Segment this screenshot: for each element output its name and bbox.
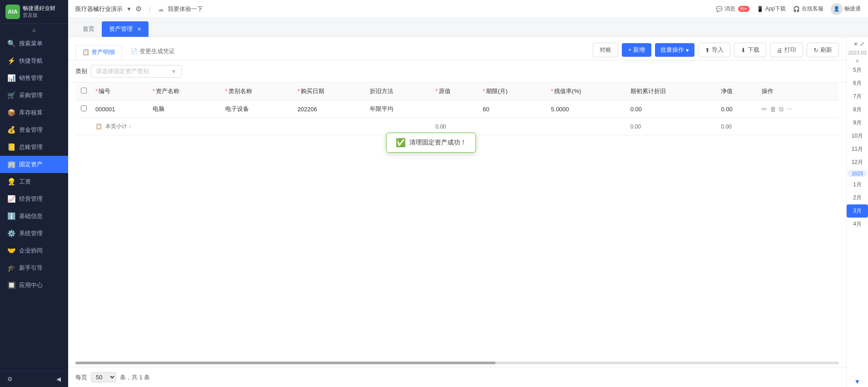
topbar-messages[interactable]: 💬 消息 99+ xyxy=(716,5,749,13)
fixed-assets-icon: 🏢 xyxy=(7,160,15,169)
sidebar-item-system[interactable]: ⚙️ 系统管理 xyxy=(0,225,68,242)
header-purchase-date: *购买日期 xyxy=(294,83,366,100)
operations-icon: 📈 xyxy=(7,195,15,203)
topbar-experience-text[interactable]: 我要体验一下 xyxy=(168,5,203,13)
sub-tab-change-voucher-label: 变更生成凭证 xyxy=(139,47,175,55)
cal-month-2024-2[interactable]: 2月 xyxy=(847,191,868,204)
sidebar-item-inventory[interactable]: 📦 库存核算 xyxy=(0,104,68,121)
print-button[interactable]: 🖨 打印 xyxy=(770,43,803,57)
sidebar-item-search[interactable]: 🔍 搜索菜单 xyxy=(0,35,68,52)
sidebar-item-sales[interactable]: 📊 销售管理 xyxy=(0,69,68,87)
cal-month-2024-4[interactable]: 4月 xyxy=(847,218,868,231)
header-name: *资产名称 xyxy=(149,83,221,100)
panel-down-arrow[interactable]: ▼ xyxy=(854,378,861,385)
row-actions: ✏ 🗑 ⧉ ⋯ xyxy=(758,100,839,118)
page-size-select[interactable]: 50 100 xyxy=(91,372,116,382)
action-icons-group: ✏ 🗑 ⧉ ⋯ xyxy=(762,105,835,113)
filter-placeholder: 请选择固定资产类别 xyxy=(96,67,149,75)
horizontal-scrollbar[interactable] xyxy=(75,362,839,364)
collapse-icon[interactable]: ◀ xyxy=(56,376,61,382)
tab-close-icon[interactable]: ✕ xyxy=(137,26,141,32)
sidebar-item-fixed-assets[interactable]: 🏢 固定资产 xyxy=(0,156,68,173)
cal-month-9[interactable]: 9月 xyxy=(847,116,868,129)
funds-icon: 💰 xyxy=(7,126,15,134)
delete-icon[interactable]: 🗑 xyxy=(770,105,776,113)
cal-month-5[interactable]: 5月 xyxy=(847,64,868,77)
search-icon: 🔍 xyxy=(7,40,15,48)
refresh-icon: ↻ xyxy=(813,47,818,54)
cal-month-2024-1[interactable]: 1月 xyxy=(847,178,868,191)
sidebar-item-label: 库存核算 xyxy=(19,109,43,117)
panel-up-arrow[interactable]: ▲ xyxy=(854,56,861,64)
sidebar-item-apps[interactable]: 🔲 应用中心 xyxy=(0,277,68,294)
reconcile-button[interactable]: 对账 xyxy=(593,43,618,57)
topbar-settings-icon[interactable]: ⚙ xyxy=(135,5,142,13)
change-voucher-icon: 📄 xyxy=(130,48,138,55)
tab-asset-mgmt[interactable]: 资产管理 ✕ xyxy=(102,21,149,37)
row-checkbox-cell xyxy=(75,100,92,118)
sidebar-item-enterprise[interactable]: 🤝 企业协同 xyxy=(0,242,68,259)
sidebar-item-ledger[interactable]: 📒 总账管理 xyxy=(0,139,68,156)
user-name: 畅捷通 xyxy=(844,5,861,13)
filter-select[interactable]: 请选择固定资产类别 ▼ xyxy=(91,65,182,78)
import-label: 导入 xyxy=(712,46,724,54)
more-icon[interactable]: ⋯ xyxy=(786,105,793,113)
tab-home[interactable]: 首页 xyxy=(75,21,102,37)
expand-panel-icon[interactable]: ⤢ xyxy=(860,41,864,47)
cal-month-10[interactable]: 10月 xyxy=(847,129,868,143)
sidebar-item-purchase[interactable]: 🛒 采购管理 xyxy=(0,87,68,104)
row-category: 电子设备 xyxy=(222,100,294,118)
settings-icon[interactable]: ⚙ xyxy=(7,376,13,382)
cal-month-11[interactable]: 11月 xyxy=(847,143,868,156)
row-checkbox[interactable] xyxy=(81,105,87,111)
topbar-app-download[interactable]: 📱 App下载 xyxy=(757,5,786,13)
app-logo-icon: AtA xyxy=(5,5,20,19)
close-panel-icon[interactable]: ✕ xyxy=(853,41,858,47)
sidebar-item-funds[interactable]: 💰 资金管理 xyxy=(0,121,68,139)
message-icon: 💬 xyxy=(716,6,723,12)
batch-button[interactable]: 批量操作 ▾ xyxy=(655,43,694,57)
new-button[interactable]: + 新增 xyxy=(622,43,651,57)
tab-asset-mgmt-label: 资产管理 xyxy=(109,25,133,32)
copy-icon[interactable]: ⧉ xyxy=(779,105,784,113)
table-row: 000001 电脑 电子设备 202206 年限平均 60 5.0000 0.0… xyxy=(75,100,839,118)
sidebar: AtA 畅捷通好业财 普及版 ▲ 🔍 搜索菜单 ⚡ 快捷导航 📊 销售管理 🛒 … xyxy=(0,0,68,387)
sidebar-item-label: 快捷导航 xyxy=(19,57,43,65)
row-name: 电脑 xyxy=(149,100,221,118)
cal-month-8[interactable]: 8月 xyxy=(847,103,868,116)
header-initial-depreciation: 期初累计折旧 xyxy=(627,83,718,100)
sub-tab-change-voucher[interactable]: 📄 变更生成凭证 xyxy=(124,44,182,59)
batch-label: 批量操作 xyxy=(660,46,684,54)
subtotal-net-value: 0.00 xyxy=(717,118,758,135)
row-net-value: 0.00 xyxy=(717,100,758,118)
cal-month-12[interactable]: 12月 xyxy=(847,156,868,169)
sidebar-item-operations[interactable]: 📈 经营管理 xyxy=(0,190,68,208)
cal-month-2024-3[interactable]: 3月 xyxy=(847,204,868,218)
sidebar-item-guide[interactable]: 🎓 新手引导 xyxy=(0,259,68,277)
edit-icon[interactable]: ✏ xyxy=(762,105,767,113)
import-button[interactable]: ⬆ 导入 xyxy=(698,43,730,57)
row-code: 000001 xyxy=(92,100,149,118)
sidebar-item-payroll[interactable]: 👷 工资 xyxy=(0,173,68,190)
cal-month-6[interactable]: 6月 xyxy=(847,77,868,90)
sidebar-item-quicknav[interactable]: ⚡ 快捷导航 xyxy=(0,52,68,69)
logo-text: AtA xyxy=(8,9,17,15)
sidebar-item-basic-info[interactable]: ℹ️ 基础信息 xyxy=(0,208,68,225)
cal-month-7[interactable]: 7月 xyxy=(847,90,868,103)
topbar-user[interactable]: 👤 畅捷通 xyxy=(831,3,861,15)
topbar-dropdown-icon[interactable]: ▼ xyxy=(126,6,132,12)
sidebar-item-label: 系统管理 xyxy=(19,229,43,238)
topbar-online-service[interactable]: 🎧 在线客服 xyxy=(793,5,823,13)
app-name: 畅捷通好业财 xyxy=(23,5,55,12)
refresh-button[interactable]: ↻ 刷新 xyxy=(807,43,839,57)
table-container: *编号 *资产名称 *类别名称 *购买日期 折旧方法 *原值 *期限(月) *残… xyxy=(68,83,846,359)
select-all-checkbox[interactable] xyxy=(81,88,87,94)
sidebar-scroll-up[interactable]: ▲ xyxy=(31,26,37,33)
basic-info-icon: ℹ️ xyxy=(7,212,15,220)
sidebar-item-label: 采购管理 xyxy=(19,91,43,99)
sidebar-item-label: 工资 xyxy=(19,178,31,186)
download-button[interactable]: ⬇ 下载 xyxy=(734,43,766,57)
header-actions: 操作 xyxy=(758,83,839,100)
asset-detail-icon: 📋 xyxy=(82,49,89,55)
sub-tab-asset-detail[interactable]: 📋 资产明细 xyxy=(75,45,122,59)
